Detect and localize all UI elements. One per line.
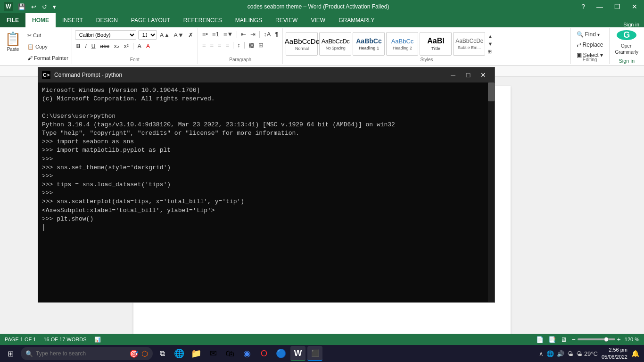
sort-button[interactable]: ↕A — [262, 30, 272, 38]
undo-button[interactable]: ↩ — [29, 2, 38, 11]
find-button[interactable]: 🔍 Find ▾ — [575, 30, 605, 39]
align-center-button[interactable]: ≡ — [209, 41, 215, 49]
help-button[interactable]: ? — [578, 2, 588, 11]
style-heading2-box[interactable]: AaBbCcHeading 2 — [386, 32, 418, 56]
text-highlight-button[interactable]: A — [136, 42, 143, 50]
cmd-scrollbar[interactable] — [488, 82, 495, 302]
word-count[interactable]: 16 OF 17 WORDS — [43, 337, 86, 342]
network-icon[interactable]: 🌐 — [546, 350, 554, 357]
page-info[interactable]: PAGE 1 OF 1 — [5, 337, 36, 342]
cmd-maximize-button[interactable]: □ — [461, 67, 476, 82]
paste-button[interactable]: 📋 Paste — [2, 30, 24, 63]
font-shrink-button[interactable]: A▼ — [173, 32, 185, 39]
chrome-button[interactable]: ◉ — [239, 346, 255, 361]
style-title-box[interactable]: AaBlTitle — [420, 32, 452, 56]
system-clock[interactable]: 2:56 pm 05/06/2022 — [602, 346, 627, 361]
style-normal-box[interactable]: AaBbCcDcNormal — [286, 32, 318, 56]
grammarly-sign-in[interactable]: Sign in — [618, 57, 636, 65]
increase-indent-button[interactable]: ⇥ — [249, 30, 257, 38]
view-read-btn[interactable]: 📄 — [536, 336, 544, 343]
tab-design[interactable]: DESIGN — [90, 13, 124, 27]
line-spacing-button[interactable]: ↕ — [236, 41, 242, 49]
cmd-minimize-button[interactable]: ─ — [446, 67, 461, 82]
shading-button[interactable]: ▩ — [247, 41, 256, 49]
style-heading1-box[interactable]: AaBbCcHeading 1 — [353, 32, 385, 56]
start-button[interactable]: ⊞ — [2, 345, 19, 362]
quick-access-more[interactable]: ▾ — [51, 2, 58, 11]
bullets-button[interactable]: ≡• — [201, 30, 209, 38]
font-grow-button[interactable]: A▲ — [159, 32, 171, 39]
decrease-indent-button[interactable]: ⇤ — [239, 30, 248, 38]
zoom-slider[interactable] — [578, 338, 615, 340]
styles-more[interactable]: ⊞ — [487, 49, 493, 55]
italic-button[interactable]: I — [83, 42, 88, 50]
tab-home[interactable]: HOME — [25, 13, 56, 27]
volume-icon[interactable]: 🔊 — [557, 350, 564, 357]
format-painter-button[interactable]: 🖌 Format Painter — [26, 55, 70, 61]
chrome2-button[interactable]: 🔵 — [273, 346, 289, 361]
zoom-plus-btn[interactable]: + — [617, 336, 621, 343]
font-color-button[interactable]: A — [145, 42, 151, 50]
maximize-button[interactable]: ❐ — [611, 2, 623, 11]
borders-button[interactable]: ⊞ — [257, 41, 265, 49]
styles-scroll-up[interactable]: ▲ — [487, 33, 493, 39]
copy-button[interactable]: 📋 Copy — [26, 43, 70, 50]
style-no-spacing-box[interactable]: AaBbCcDcNo Spacing — [319, 32, 351, 56]
show-paragraph-button[interactable]: ¶ — [274, 30, 280, 38]
tab-insert[interactable]: INSERT — [56, 13, 90, 27]
redo-button[interactable]: ↺ — [40, 2, 49, 11]
mail-button[interactable]: ✉ — [206, 346, 221, 361]
status-left: PAGE 1 OF 1 16 OF 17 WORDS 📊 — [5, 337, 101, 343]
strikethrough-button[interactable]: abc — [99, 42, 111, 50]
replace-button[interactable]: ⇄ Replace — [575, 41, 605, 49]
multilevel-button[interactable]: ≡▼ — [222, 30, 234, 38]
cmd-close-button[interactable]: ✕ — [476, 67, 491, 82]
task-view-button[interactable]: ⧉ — [155, 346, 170, 361]
tab-grammarly[interactable]: GRAMMARLY — [332, 13, 381, 27]
cut-button[interactable]: ✂ Cut — [26, 32, 70, 39]
weather-icon[interactable]: 🌤 — [567, 350, 573, 357]
underline-button[interactable]: U — [90, 42, 97, 50]
close-button[interactable]: ✕ — [629, 2, 640, 11]
style-subtitle-box[interactable]: AaBbCcDcSubtle Em... — [453, 32, 485, 56]
styles-scroll-down[interactable]: ▼ — [487, 41, 493, 47]
tab-page-layout[interactable]: PAGE LAYOUT — [124, 13, 177, 27]
chevron-up-icon[interactable]: ∧ — [539, 350, 544, 357]
numbering-button[interactable]: ≡1 — [211, 30, 221, 38]
font-name-select[interactable]: Calibri (Body) — [75, 30, 136, 40]
align-left-button[interactable]: ≡ — [201, 41, 207, 49]
sign-in-link[interactable]: Sign in — [619, 22, 644, 27]
clear-format-button[interactable]: ✗ — [187, 31, 195, 39]
subscript-button[interactable]: x₂ — [113, 42, 121, 50]
zoom-minus-btn[interactable]: − — [571, 336, 575, 343]
zoom-level[interactable]: 120 % — [625, 337, 639, 342]
search-input[interactable] — [36, 350, 126, 357]
view-web-btn[interactable]: 🖥 — [561, 336, 567, 343]
cmd-scrollbar-thumb[interactable] — [488, 82, 495, 101]
open-grammarly-button[interactable]: G — [617, 30, 636, 40]
save-button[interactable]: 💾 — [16, 2, 27, 11]
word-taskbar-button[interactable]: W — [290, 346, 305, 361]
view-print-btn[interactable]: 📑 — [548, 336, 556, 343]
opera-button[interactable]: O — [256, 346, 272, 361]
tab-file[interactable]: FILE — [0, 13, 25, 27]
align-right-button[interactable]: ≡ — [216, 41, 223, 49]
font-size-select[interactable]: 11 — [138, 30, 157, 40]
file-explorer-button[interactable]: 📁 — [189, 346, 204, 361]
tab-view[interactable]: VIEW — [304, 13, 332, 27]
tab-review[interactable]: REVIEW — [269, 13, 304, 27]
zoom-thumb[interactable] — [604, 337, 609, 342]
minimize-button[interactable]: — — [594, 2, 606, 11]
tab-references[interactable]: REFERENCES — [177, 13, 229, 27]
superscript-button[interactable]: x² — [123, 42, 130, 50]
cmd-taskbar-button[interactable]: ⬛ — [307, 346, 322, 361]
edge-button[interactable]: 🌐 — [172, 346, 187, 361]
track-icon[interactable]: 📊 — [94, 337, 101, 343]
font-group: Calibri (Body) 11 A▲ A▼ ✗ B I U abc x₂ x… — [72, 28, 198, 64]
tab-mailings[interactable]: MAILINGS — [229, 13, 269, 27]
justify-button[interactable]: ≡ — [224, 41, 231, 49]
search-bar[interactable]: 🔍 🎯 ⬡ — [21, 347, 153, 360]
bold-button[interactable]: B — [75, 42, 82, 50]
notification-button[interactable]: 🔔 — [631, 350, 639, 357]
store-button[interactable]: 🛍 — [223, 346, 238, 361]
